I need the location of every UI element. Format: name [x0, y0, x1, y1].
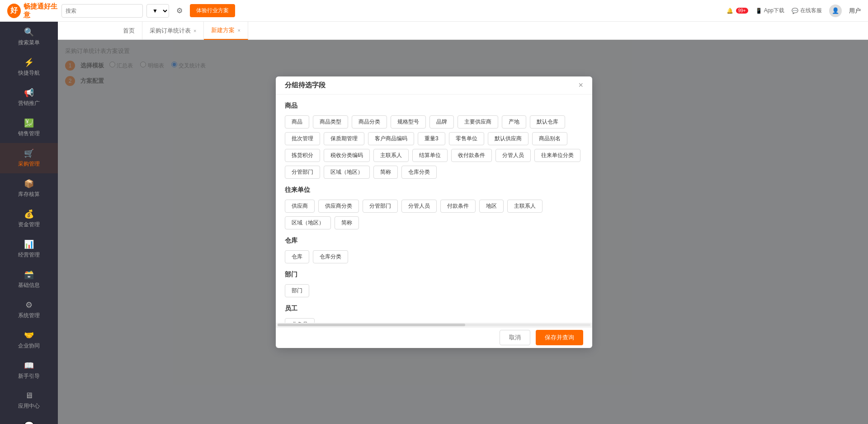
topbar: 好 畅捷通好生意 ▼ ⚙ 体验行业方案 🔔 99+ 📱 App下载 💬 在线客服… — [0, 0, 868, 22]
save-query-button[interactable]: 保存并查询 — [536, 330, 583, 345]
sidebar: 🔍 搜索菜单 ⚡ 快捷导航 📢 营销推广 💹 销售管理 🛒 采购管理 📦 库存核… — [0, 22, 58, 424]
field-tag-0-15[interactable]: 拣货积分 — [285, 149, 320, 162]
modal-title: 分组待选字段 — [285, 81, 326, 90]
section-tags-2: 仓库仓库分类 — [285, 250, 583, 263]
sidebar-item-inventory[interactable]: 📦 库存核算 — [0, 173, 58, 204]
section-tags-4: 业务员 — [285, 318, 583, 323]
search-icon: 🔍 — [24, 27, 34, 37]
topbar-right: 🔔 99+ 📱 App下载 💬 在线客服 👤 用户 — [726, 5, 861, 17]
section-title-4: 员工 — [285, 305, 583, 313]
sidebar-item-sales[interactable]: 💹 销售管理 — [0, 113, 58, 143]
online-service-item[interactable]: 💬 在线客服 — [792, 7, 822, 14]
tab-purchase-stats-close[interactable]: × — [193, 28, 196, 33]
service-icon: 💬 — [792, 8, 798, 14]
sidebar-item-search[interactable]: 🔍 搜索菜单 — [0, 22, 58, 52]
sidebar-item-collab[interactable]: 🤝 企业协同 — [0, 325, 58, 355]
field-tag-1-1[interactable]: 供应商分类 — [318, 200, 359, 213]
inventory-icon: 📦 — [24, 179, 34, 189]
tab-home[interactable]: 首页 — [116, 22, 142, 40]
field-tag-0-14[interactable]: 商品别名 — [532, 132, 567, 145]
cancel-button[interactable]: 取消 — [500, 330, 530, 345]
tab-new-scheme-label: 新建方案 — [211, 26, 235, 34]
field-tag-4-0[interactable]: 业务员 — [285, 318, 315, 323]
scrollbar-thumb[interactable] — [278, 324, 465, 326]
field-tag-0-16[interactable]: 税收分类编码 — [324, 149, 370, 162]
sidebar-item-quicknav[interactable]: ⚡ 快捷导航 — [0, 52, 58, 82]
field-tag-0-18[interactable]: 结算单位 — [412, 149, 448, 162]
tab-new-scheme-close[interactable]: × — [237, 28, 240, 33]
field-tag-1-3[interactable]: 分管人员 — [401, 200, 437, 213]
tab-new-scheme[interactable]: 新建方案 × — [204, 22, 248, 40]
field-tag-0-19[interactable]: 收付款条件 — [451, 149, 492, 162]
field-tag-1-6[interactable]: 主联系人 — [507, 200, 542, 213]
sales-icon: 💹 — [24, 118, 34, 128]
system-icon: ⚙ — [25, 300, 33, 310]
search-input[interactable] — [61, 4, 143, 18]
modal-footer: 取消 保存并查询 — [276, 327, 592, 348]
field-tag-0-3[interactable]: 规格型号 — [391, 115, 426, 129]
field-tag-0-2[interactable]: 商品分类 — [352, 115, 387, 129]
sidebar-item-management[interactable]: 📊 经营管理 — [0, 234, 58, 264]
field-tag-2-0[interactable]: 仓库 — [285, 250, 309, 263]
tab-purchase-stats[interactable]: 采购订单统计表 × — [142, 22, 204, 40]
field-tag-0-9[interactable]: 保质期管理 — [324, 132, 364, 145]
sidebar-item-label: 营销推广 — [18, 100, 40, 107]
wechat-icon: 💬 — [24, 421, 34, 424]
field-tag-3-0[interactable]: 部门 — [285, 284, 309, 297]
tabbar: 首页 采购订单统计表 × 新建方案 × — [58, 22, 868, 40]
field-tag-0-24[interactable]: 简称 — [373, 166, 398, 179]
field-tag-0-13[interactable]: 默认供应商 — [488, 132, 528, 145]
field-tag-0-0[interactable]: 商品 — [285, 115, 309, 129]
sidebar-item-wechat[interactable]: 💬 企业微信 — [0, 415, 58, 424]
sidebar-item-purchase[interactable]: 🛒 采购管理 — [0, 143, 58, 173]
field-tag-1-7[interactable]: 区域（地区） — [285, 216, 331, 229]
field-tag-0-1[interactable]: 商品类型 — [313, 115, 348, 129]
field-tag-0-5[interactable]: 主要供应商 — [458, 115, 498, 129]
sidebar-item-label: 基础信息 — [18, 281, 40, 289]
field-tag-0-4[interactable]: 品牌 — [429, 115, 454, 129]
field-tag-0-6[interactable]: 产地 — [502, 115, 526, 129]
bell-icon: 🔔 — [726, 8, 733, 14]
field-tag-0-25[interactable]: 仓库分类 — [401, 166, 437, 179]
field-tag-0-21[interactable]: 往来单位分类 — [534, 149, 580, 162]
field-tag-1-2[interactable]: 分管部门 — [363, 200, 398, 213]
field-tag-1-0[interactable]: 供应商 — [285, 200, 315, 213]
field-tag-0-17[interactable]: 主联系人 — [373, 149, 409, 162]
field-tag-2-1[interactable]: 仓库分类 — [313, 250, 348, 263]
purchase-icon: 🛒 — [24, 148, 34, 158]
modal-close-icon[interactable]: × — [578, 81, 583, 90]
field-tag-0-23[interactable]: 区域（地区） — [324, 166, 370, 179]
field-tag-1-5[interactable]: 地区 — [479, 200, 504, 213]
field-tag-0-7[interactable]: 默认仓库 — [530, 115, 565, 129]
field-tag-0-12[interactable]: 零售单位 — [449, 132, 484, 145]
sidebar-item-system[interactable]: ⚙ 系统管理 — [0, 295, 58, 325]
topbar-center: ▼ ⚙ 体验行业方案 — [61, 4, 726, 18]
sidebar-item-guide[interactable]: 📖 新手引导 — [0, 355, 58, 386]
app-download-item[interactable]: 📱 App下载 — [755, 7, 784, 14]
gear-icon[interactable]: ⚙ — [173, 4, 186, 18]
sidebar-item-apps[interactable]: 🖥 应用中心 — [0, 386, 58, 415]
topbar-dropdown[interactable]: ▼ — [146, 4, 169, 18]
field-tag-0-20[interactable]: 分管人员 — [495, 149, 531, 162]
sidebar-item-label: 采购管理 — [18, 160, 40, 168]
trial-button[interactable]: 体验行业方案 — [190, 4, 235, 17]
sidebar-item-label: 应用中心 — [18, 402, 40, 410]
sidebar-item-label: 库存核算 — [18, 191, 40, 198]
field-tag-0-11[interactable]: 重量3 — [418, 132, 445, 145]
field-tag-1-4[interactable]: 付款条件 — [440, 200, 476, 213]
section-title-2: 仓库 — [285, 237, 583, 245]
field-tag-1-8[interactable]: 简称 — [335, 216, 359, 229]
section-title-1: 往来单位 — [285, 186, 583, 194]
field-tag-0-8[interactable]: 批次管理 — [285, 132, 320, 145]
avatar[interactable]: 👤 — [829, 5, 842, 17]
field-tag-0-22[interactable]: 分管部门 — [285, 166, 320, 179]
notification-item[interactable]: 🔔 99+ — [726, 8, 748, 14]
mobile-icon: 📱 — [755, 8, 762, 14]
field-tag-0-10[interactable]: 客户商品编码 — [368, 132, 414, 145]
sidebar-item-finance[interactable]: 💰 资金管理 — [0, 204, 58, 234]
notification-badge: 99+ — [736, 8, 748, 14]
sidebar-item-marketing[interactable]: 📢 营销推广 — [0, 82, 58, 113]
sidebar-item-basic[interactable]: 🗃️ 基础信息 — [0, 264, 58, 295]
logo-icon: 好 — [7, 4, 21, 18]
sidebar-item-label: 企业协同 — [18, 342, 40, 350]
